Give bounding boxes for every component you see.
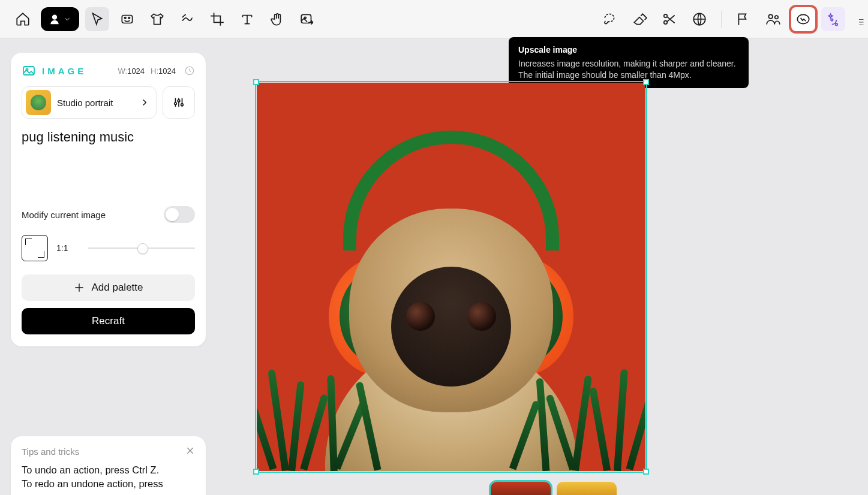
cut-tool-button[interactable]	[657, 7, 681, 31]
recraft-button[interactable]: Recraft	[22, 308, 195, 334]
h-label: H:	[151, 67, 158, 76]
sparkle-vector-icon	[825, 11, 841, 27]
style-name: Studio portrait	[57, 98, 113, 108]
upscale-icon	[795, 11, 811, 27]
erase-tool-button[interactable]	[627, 7, 651, 31]
selection-handle-bl[interactable]	[253, 469, 259, 475]
tips-close-button[interactable]	[185, 446, 195, 457]
w-value[interactable]: 1024	[127, 67, 145, 76]
plus-icon	[73, 282, 85, 294]
flag-tool-button[interactable]	[731, 7, 755, 31]
lasso-tool-button[interactable]	[597, 7, 621, 31]
prompt-text[interactable]: pug listening music	[22, 129, 195, 201]
cursor-tool-button[interactable]	[85, 7, 109, 31]
cursor-icon	[89, 11, 105, 27]
crop-icon	[209, 11, 225, 27]
dimensions: W:1024 H:1024	[118, 65, 196, 76]
svg-point-0	[52, 14, 57, 19]
panel-title: IMAGE	[42, 66, 112, 76]
tooltip-body: Increases image resolution, making it sh…	[518, 58, 739, 81]
hand-icon	[269, 11, 285, 27]
variation-thumbnail-1[interactable]	[491, 482, 551, 495]
tips-line-1: To undo an action, press Ctrl Z.	[22, 463, 195, 476]
tooltip-title: Upscale image	[518, 44, 739, 56]
svg-point-17	[175, 102, 177, 105]
variation-thumbnail-2[interactable]	[557, 482, 617, 495]
tips-body: To undo an action, press Ctrl Z. To redo…	[22, 463, 195, 490]
upscale-tooltip: Upscale image Increases image resolution…	[509, 37, 749, 88]
tips-card: Tips and tricks To undo an action, press…	[11, 436, 206, 495]
variation-tool-button[interactable]	[687, 7, 711, 31]
people-tool-button[interactable]	[761, 7, 785, 31]
add-palette-button[interactable]: Add palette	[22, 274, 195, 301]
overflow-icon[interactable]	[857, 14, 868, 30]
w-label: W:	[118, 67, 128, 76]
recraft-label: Recraft	[92, 315, 125, 327]
illustration-face	[391, 267, 511, 387]
aspect-ratio-button[interactable]	[22, 235, 48, 261]
advanced-settings-button[interactable]	[163, 86, 195, 119]
text-tool-button[interactable]	[235, 7, 259, 31]
svg-point-2	[124, 17, 126, 19]
image-panel: IMAGE W:1024 H:1024 Studio portrait pug …	[11, 53, 206, 346]
history-icon[interactable]	[184, 65, 195, 76]
svg-point-12	[836, 23, 837, 25]
svg-rect-14	[23, 67, 34, 75]
illustration-grass-right	[495, 369, 645, 471]
tips-line-2: To redo an undone action, press	[22, 477, 195, 490]
swirl-icon	[179, 11, 195, 27]
brand-menu-button[interactable]	[41, 7, 79, 31]
palette-label: Add palette	[91, 282, 143, 294]
svg-point-3	[128, 17, 130, 19]
tips-title: Tips and tricks	[22, 446, 79, 457]
text-icon	[239, 11, 255, 27]
selection-handle-tl[interactable]	[253, 79, 259, 85]
layer-tool-button[interactable]	[145, 7, 169, 31]
flag-icon	[735, 11, 751, 27]
frame-tool-button[interactable]	[115, 7, 139, 31]
top-toolbar	[0, 0, 868, 38]
illustration-grass-left	[257, 369, 407, 471]
eraser-icon	[632, 11, 647, 27]
frame-icon	[119, 11, 135, 27]
style-preset-button[interactable]: Studio portrait	[22, 86, 157, 119]
svg-point-19	[181, 104, 184, 106]
canvas-selection[interactable]	[257, 83, 645, 471]
brand-icon	[49, 13, 61, 25]
image-panel-icon	[22, 64, 36, 78]
modify-label: Modify current image	[22, 210, 106, 220]
vectorize-tool-button[interactable]	[821, 7, 845, 31]
sliders-icon	[172, 96, 185, 109]
people-icon	[765, 11, 781, 27]
chevron-down-icon	[63, 15, 71, 23]
style-thumbnail	[26, 90, 51, 115]
svg-point-9	[768, 14, 773, 19]
svg-point-18	[178, 99, 180, 102]
svg-point-13	[831, 19, 833, 20]
shapes-tool-button[interactable]	[175, 7, 199, 31]
modify-toggle[interactable]	[164, 206, 195, 223]
lasso-icon	[602, 11, 617, 27]
aspect-ratio-label: 1:1	[56, 243, 68, 253]
svg-point-10	[775, 16, 778, 19]
h-value[interactable]: 1024	[158, 67, 176, 76]
home-icon	[15, 11, 31, 27]
image-up-icon	[299, 11, 315, 27]
upscale-tool-button[interactable]	[791, 7, 815, 31]
variation-thumbnails	[491, 482, 617, 495]
selection-handle-br[interactable]	[643, 469, 649, 475]
illustration-eye-right	[467, 302, 496, 331]
home-button[interactable]	[11, 7, 35, 31]
crop-tool-button[interactable]	[205, 7, 229, 31]
shirt-icon	[149, 11, 165, 27]
warp-tool-button[interactable]	[295, 7, 319, 31]
hand-tool-button[interactable]	[265, 7, 289, 31]
selection-handle-tr[interactable]	[643, 79, 649, 85]
close-icon	[185, 446, 195, 455]
aspect-ratio-slider[interactable]	[88, 248, 195, 249]
generated-image[interactable]	[257, 83, 645, 471]
globe-icon	[692, 11, 707, 27]
toolbar-divider	[721, 11, 722, 28]
chevron-right-icon	[139, 97, 150, 108]
scissors-icon	[662, 11, 677, 27]
